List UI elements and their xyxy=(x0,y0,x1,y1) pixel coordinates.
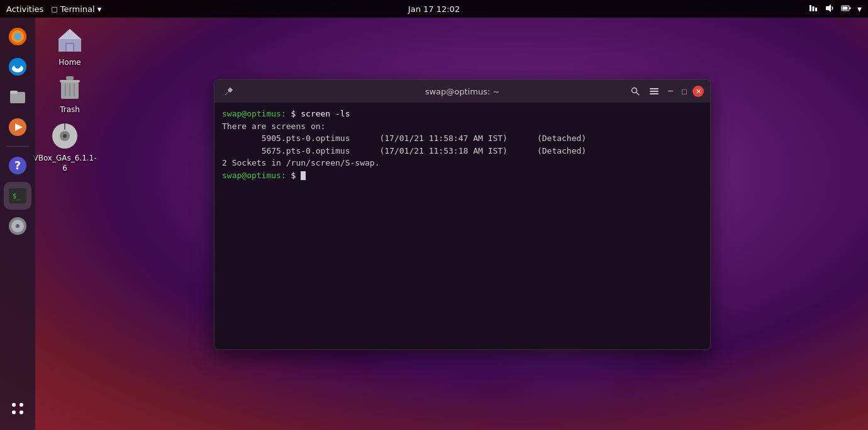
terminal-close-button[interactable]: ✕ xyxy=(693,86,704,97)
terminal-line-2: There are screens on: xyxy=(222,120,703,133)
trash-icon-label: Trash xyxy=(60,105,80,115)
desktop-icon-trash[interactable]: Trash xyxy=(45,72,95,115)
desktop-icon-home[interactable]: Home xyxy=(45,25,95,68)
svg-rect-34 xyxy=(66,76,74,80)
titlebar-left xyxy=(221,83,237,99)
svg-point-40 xyxy=(63,134,67,138)
svg-rect-6 xyxy=(842,6,847,9)
svg-marker-29 xyxy=(58,29,81,39)
svg-rect-5 xyxy=(849,7,850,9)
svg-rect-33 xyxy=(60,80,80,82)
terminal-maximize-button[interactable]: □ xyxy=(679,86,690,97)
terminal-menu-label: Terminal xyxy=(60,4,95,14)
terminal-window: swap@optimus: ~ − □ ✕ swap@optimus: $ sc… xyxy=(214,79,711,350)
svg-point-42 xyxy=(632,88,637,93)
terminal-body[interactable]: swap@optimus: $ screen -ls There are scr… xyxy=(214,103,710,349)
svg-point-9 xyxy=(14,33,21,40)
svg-point-27 xyxy=(19,410,23,414)
svg-text:?: ? xyxy=(14,159,21,172)
terminal-line-4: 5675.pts-0.optimus (17/01/21 11:53:18 AM… xyxy=(222,145,703,157)
dock-separator xyxy=(6,146,29,147)
svg-point-12 xyxy=(14,62,21,69)
terminal-title: swap@optimus: ~ xyxy=(425,87,500,96)
network-icon[interactable] xyxy=(808,3,818,15)
svg-text:$_: $_ xyxy=(13,193,21,200)
terminal-cursor xyxy=(301,171,306,180)
vbox-icon-label: VBox_GAs_6.1.1- 6 xyxy=(33,154,96,173)
svg-line-43 xyxy=(637,93,640,96)
show-apps-button[interactable] xyxy=(4,395,31,422)
vbox-icon xyxy=(50,121,80,151)
terminal-prompt-1: swap@optimus: xyxy=(222,109,286,118)
svg-rect-14 xyxy=(10,91,18,94)
terminal-menu-icon: ▢ xyxy=(51,5,57,13)
trash-icon xyxy=(55,72,85,103)
activities-button[interactable]: Activities xyxy=(6,4,43,14)
terminal-line-6: swap@optimus: $ xyxy=(222,169,703,182)
volume-icon[interactable] xyxy=(825,3,835,15)
svg-point-26 xyxy=(12,410,16,414)
battery-icon[interactable] xyxy=(841,3,851,15)
svg-point-23 xyxy=(16,224,19,228)
terminal-menu[interactable]: ▢ Terminal ▾ xyxy=(51,4,101,14)
dock-item-thunderbird[interactable] xyxy=(4,53,31,81)
svg-point-25 xyxy=(19,403,23,407)
topbar-left: Activities ▢ Terminal ▾ xyxy=(6,4,101,14)
terminal-titlebar: swap@optimus: ~ − □ ✕ xyxy=(214,80,710,103)
home-icon xyxy=(55,25,85,55)
terminal-cmd-2: $ xyxy=(286,171,301,180)
topbar: Activities ▢ Terminal ▾ Jan 17 12:02 xyxy=(0,0,868,18)
svg-rect-1 xyxy=(812,6,814,11)
terminal-line-5: 2 Sockets in /run/screen/S-swap. xyxy=(222,157,703,169)
dock-item-firefox[interactable] xyxy=(4,23,31,50)
svg-rect-46 xyxy=(650,93,659,94)
terminal-line-1: swap@optimus: $ screen -ls xyxy=(222,108,703,120)
system-menu-button[interactable]: ▾ xyxy=(857,4,862,14)
svg-rect-45 xyxy=(650,91,659,92)
terminal-prompt-2: swap@optimus: xyxy=(222,171,286,180)
terminal-line-3: 5905.pts-0.optimus (17/01/21 11:58:47 AM… xyxy=(222,132,703,145)
dock-item-rhythmbox[interactable] xyxy=(4,113,31,141)
terminal-menu-arrow: ▾ xyxy=(97,4,102,14)
home-icon-label: Home xyxy=(58,58,81,68)
terminal-search-button[interactable] xyxy=(627,83,643,99)
desktop-icon-vbox[interactable]: VBox_GAs_6.1.1- 6 xyxy=(40,121,90,173)
terminal-menu-button[interactable] xyxy=(646,83,662,99)
svg-rect-2 xyxy=(815,8,817,11)
dock-bottom xyxy=(0,395,35,422)
dock-item-help[interactable]: ? xyxy=(4,152,31,179)
svg-rect-0 xyxy=(810,5,811,11)
svg-rect-31 xyxy=(67,44,73,52)
dock-item-terminal[interactable]: $_ xyxy=(4,182,31,210)
titlebar-right: − □ ✕ xyxy=(627,83,704,99)
svg-marker-3 xyxy=(826,4,831,12)
terminal-minimize-button[interactable]: − xyxy=(665,86,676,97)
terminal-pin-button[interactable] xyxy=(221,83,237,99)
topbar-clock: Jan 17 12:02 xyxy=(408,4,460,14)
terminal-cmd-1: $ screen -ls xyxy=(286,109,350,118)
dock-item-optical[interactable] xyxy=(4,212,31,240)
svg-rect-44 xyxy=(650,88,659,89)
dock: ? $_ xyxy=(0,18,35,430)
dock-item-files[interactable] xyxy=(4,83,31,111)
topbar-right: ▾ xyxy=(808,3,862,15)
svg-point-24 xyxy=(12,403,16,407)
